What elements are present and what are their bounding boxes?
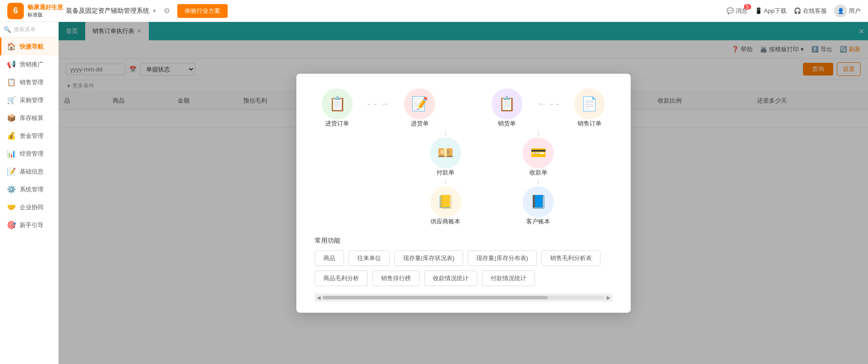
arrow-down-2: ↓ — [536, 128, 540, 137]
flow-node-purchase-order: 📋 进货订单 — [322, 88, 353, 128]
system-icon: ⚙️ — [7, 185, 16, 194]
scroll-thumb — [322, 296, 548, 299]
arrow-right-1: - - → — [367, 98, 390, 110]
common-functions: 常用功能 商品 往来单位 现存量(库存状况表) 现存量(库存分布表) 销售毛利分… — [315, 237, 612, 286]
sidebar-item-marketing[interactable]: 📢 营销推广 — [0, 55, 58, 73]
app-logo: 6 畅康通好生意 标准版 — [7, 3, 66, 19]
func-btn-payment-stats[interactable]: 付款情况统计 — [482, 271, 535, 286]
func-button-grid: 商品 往来单位 现存量(库存状况表) 现存量(库存分布表) 销售毛利分析表 商品… — [315, 250, 612, 286]
func-btn-sales-rank[interactable]: 销售排行榜 — [372, 271, 420, 286]
sidebar: 🔍 搜索菜单 🏠 快捷导航 📢 营销推广 📋 销售管理 🛒 采购管理 📦 — [0, 22, 59, 364]
func-btn-receipt-stats[interactable]: 收款情况统计 — [424, 271, 477, 286]
func-btn-product[interactable]: 商品 — [315, 250, 344, 266]
purchase-icon: 🛒 — [7, 96, 16, 104]
supplier-ledger-icon: 📒 — [430, 186, 461, 217]
flow-node-sales-order: 📄 销售订单 — [574, 88, 605, 128]
common-functions-title: 常用功能 — [315, 237, 612, 245]
operations-icon: 📊 — [7, 149, 16, 158]
message-button[interactable]: 💬 消息 5 — [726, 7, 748, 15]
arrow-down-1: ↓ — [443, 128, 448, 137]
user-menu[interactable]: 👤 用户 — [834, 5, 861, 17]
purchase-order-icon: 📋 — [322, 88, 353, 120]
col-sales-slip-down: ↓ 💳 收款单 ↓ 📘 客户账本 — [523, 128, 554, 226]
inventory-icon: 📦 — [7, 114, 16, 122]
col-purchase-slip-down: ↓ 💴 付款单 ↓ 📒 供应商账本 — [430, 128, 461, 226]
payment-slip-icon: 💴 — [430, 137, 461, 168]
avatar: 👤 — [834, 5, 847, 17]
scroll-track[interactable] — [322, 296, 605, 299]
modal-overlay[interactable]: 📋 进货订单 - - → 📝 进货单 — [59, 22, 868, 364]
purchase-slip-icon: 📝 — [404, 88, 435, 120]
arrow-down-3: ↓ — [443, 177, 448, 186]
newbie-icon: 🎯 — [7, 221, 16, 229]
scroll-left-arrow[interactable]: ◀ — [317, 294, 321, 301]
func-btn-contacts[interactable]: 往来单位 — [349, 250, 390, 266]
online-service-button[interactable]: 🎧 在线客服 — [794, 7, 827, 15]
sales-slip-icon: 📋 — [491, 88, 523, 120]
arrow-left-1: ← - - — [537, 98, 559, 110]
marketing-icon: 📢 — [7, 60, 16, 69]
trial-button[interactable]: 体验行业方案 — [177, 4, 228, 18]
message-badge: 5 — [744, 4, 751, 10]
func-btn-sales-gross[interactable]: 销售毛利分析表 — [541, 250, 601, 266]
app-download-button[interactable]: 📱 App下载 — [755, 7, 786, 15]
logo-text: 畅康通好生意 标准版 — [27, 4, 63, 18]
top-right-actions: 💬 消息 5 📱 App下载 🎧 在线客服 👤 用户 — [726, 5, 861, 17]
service-icon: 🎧 — [794, 7, 801, 14]
sidebar-item-purchase[interactable]: 🛒 采购管理 — [0, 91, 58, 109]
sidebar-item-basic-info[interactable]: 📝 基础信息 — [0, 163, 58, 180]
func-btn-stock-dist[interactable]: 现存量(库存分布表) — [468, 250, 537, 266]
system-title: 装备及固定资产辅助管理系统 — [66, 7, 149, 15]
home-icon: 🏠 — [7, 42, 16, 51]
sidebar-item-collab[interactable]: 🤝 企业协同 — [0, 198, 58, 216]
sales-order-icon: 📄 — [574, 88, 605, 120]
func-btn-stock-status[interactable]: 现存量(库存状况表) — [394, 250, 464, 266]
func-btn-product-gross[interactable]: 商品毛利分析 — [315, 271, 368, 286]
flow-node-purchase-slip: 📝 进货单 — [404, 88, 435, 128]
arrow-down-4: ↓ — [536, 177, 540, 186]
collab-icon: 🤝 — [7, 203, 16, 212]
sidebar-item-system[interactable]: ⚙️ 系统管理 — [0, 180, 58, 198]
receipt-slip-icon: 💳 — [523, 137, 554, 168]
modal-box: 📋 进货订单 - - → 📝 进货单 — [296, 74, 631, 313]
sidebar-item-operations[interactable]: 📊 经营管理 — [0, 145, 58, 163]
content-area: 首页 销售订单执行表 ✕ ✕ ❓ 帮助 🖨️ 按模板打印 ▾ — [59, 22, 868, 364]
download-icon: 📱 — [755, 7, 762, 14]
scroll-right-arrow[interactable]: ▶ — [606, 294, 611, 301]
logo-icon: 6 — [7, 3, 24, 19]
system-dropdown-icon[interactable]: ▾ — [153, 7, 156, 14]
basicinfo-icon: 📝 — [7, 167, 16, 176]
settings-icon[interactable]: ⚙ — [164, 6, 170, 15]
flow-diagram: 📋 进货订单 - - → 📝 进货单 — [315, 88, 612, 226]
scrollbar-row: ◀ ▶ — [315, 293, 612, 302]
sales-icon: 📋 — [7, 78, 16, 87]
sidebar-item-newbie[interactable]: 🎯 新手引导 — [0, 216, 58, 234]
search-menu[interactable]: 🔍 搜索菜单 — [0, 22, 58, 38]
customer-ledger-icon: 📘 — [523, 186, 554, 217]
modal-content: 📋 进货订单 - - → 📝 进货单 — [296, 74, 631, 313]
sidebar-item-quicknav[interactable]: 🏠 快捷导航 — [0, 38, 58, 55]
finance-icon: 💰 — [7, 131, 16, 140]
sidebar-item-finance[interactable]: 💰 资金管理 — [0, 127, 58, 145]
flow-node-sales-slip: 📋 销货单 — [491, 88, 523, 128]
sidebar-item-sales[interactable]: 📋 销售管理 — [0, 73, 58, 91]
search-icon: 🔍 — [4, 26, 11, 33]
message-icon: 💬 — [726, 7, 734, 14]
sidebar-item-inventory[interactable]: 📦 库存核算 — [0, 109, 58, 127]
system-name-area: 装备及固定资产辅助管理系统 ▾ ⚙ 体验行业方案 — [66, 4, 726, 18]
